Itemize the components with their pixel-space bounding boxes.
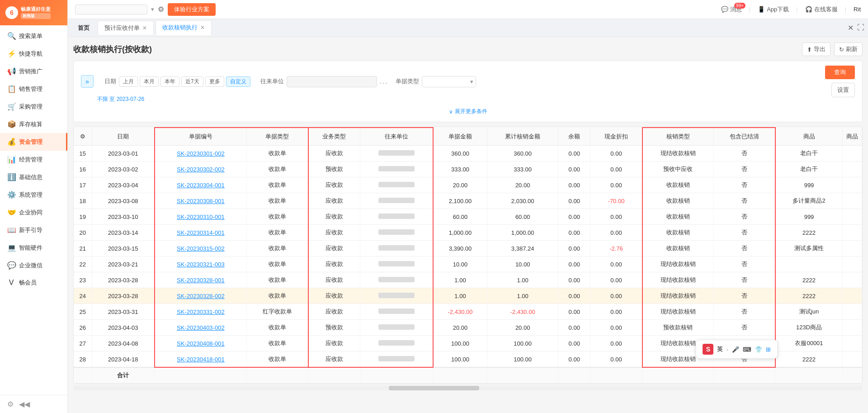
- app-download-link[interactable]: 📱 App下载: [758, 5, 789, 14]
- cell-biztype: 预收款: [308, 320, 360, 336]
- sidebar-item-14[interactable]: V 畅会员: [0, 274, 67, 291]
- wm-keyboard-icon[interactable]: ⌨: [743, 346, 751, 353]
- cell-docno-link[interactable]: SK-20230301-002: [177, 150, 225, 157]
- cell-docno[interactable]: SK-20230301-002: [155, 146, 246, 161]
- tab-home[interactable]: 首页: [71, 21, 96, 35]
- filter-setting-button[interactable]: 设置: [831, 83, 855, 97]
- cell-docno-link[interactable]: SK-20230310-001: [177, 214, 225, 220]
- cell-docno[interactable]: SK-20230331-002: [155, 304, 246, 320]
- sidebar-item-3[interactable]: 📋 销售管理: [0, 80, 67, 98]
- filter-collapse-button[interactable]: »: [81, 75, 94, 88]
- cell-docno-link[interactable]: SK-20230331-002: [177, 309, 225, 315]
- sidebar-item-4[interactable]: 🛒 采购管理: [0, 98, 67, 115]
- query-button[interactable]: 查询: [825, 66, 855, 79]
- cell-docno[interactable]: SK-20230418-001: [155, 351, 246, 368]
- topbar-dropdown-icon[interactable]: ▾: [151, 6, 154, 13]
- col-settings[interactable]: ⚙: [74, 128, 92, 146]
- cell-goods2: [843, 320, 862, 336]
- cell-docno[interactable]: SK-20230314-001: [155, 225, 246, 241]
- cell-docno-link[interactable]: SK-20230314-001: [177, 229, 225, 236]
- cell-docno-link[interactable]: SK-20230304-001: [177, 182, 225, 189]
- cell-docno[interactable]: SK-20230328-002: [155, 288, 246, 304]
- settings-icon[interactable]: ⚙: [7, 400, 14, 408]
- sidebar-item-1[interactable]: ⚡ 快捷导航: [0, 45, 67, 62]
- sidebar-item-9[interactable]: ⚙️ 系统管理: [0, 186, 67, 204]
- online-service-link[interactable]: 🎧 在线客服: [805, 5, 838, 14]
- date-btn-more[interactable]: 更多: [205, 76, 224, 87]
- wm-mic-icon[interactable]: 🎤: [732, 346, 739, 353]
- date-btn-this-month[interactable]: 本月: [140, 76, 159, 87]
- doctype-select[interactable]: [422, 76, 476, 87]
- date-btn-this-year[interactable]: 本年: [160, 76, 179, 87]
- cell-doctype: 收款单: [246, 256, 308, 272]
- tab-close-all-icon[interactable]: ✕: [848, 24, 854, 32]
- cell-docno[interactable]: SK-20230302-002: [155, 161, 246, 177]
- sidebar-menu: 🔍 搜索菜单⚡ 快捷导航📢 营销推广📋 销售管理🛒 采购管理📦 库存核算💰 资金…: [0, 25, 67, 395]
- date-btn-7days[interactable]: 近7天: [181, 76, 203, 87]
- cell-docno-link[interactable]: SK-20230328-001: [177, 277, 225, 284]
- sidebar-item-10[interactable]: 🤝 企业协同: [0, 204, 67, 221]
- tab-collection[interactable]: 收款核销执行 ✕: [156, 20, 212, 35]
- topbar-gear-icon[interactable]: ⚙: [158, 5, 164, 14]
- cell-goods1: 999: [775, 177, 842, 193]
- cell-docno-link[interactable]: SK-20230408-001: [177, 340, 225, 347]
- col-verifytype: 核销类型: [642, 128, 714, 146]
- cell-date: 2023-03-04: [92, 177, 155, 193]
- cell-docno-link[interactable]: SK-20230308-001: [177, 198, 225, 204]
- cell-partner: [360, 336, 433, 351]
- notice-area[interactable]: 💬 消息 99+: [721, 5, 742, 14]
- cell-docno-link[interactable]: SK-20230315-002: [177, 245, 225, 252]
- cell-docno[interactable]: SK-20230321-003: [155, 256, 246, 272]
- cell-docno[interactable]: SK-20230304-001: [155, 177, 246, 193]
- sidebar-item-8[interactable]: ℹ️ 基础信息: [0, 168, 67, 186]
- refresh-button[interactable]: ↻ 刷新: [834, 43, 863, 56]
- cell-docno[interactable]: SK-20230315-002: [155, 241, 246, 256]
- expand-conditions-button[interactable]: ∨ 展开更多条件: [445, 106, 491, 117]
- partner-input[interactable]: [287, 76, 377, 87]
- cell-discount: 0.00: [590, 320, 642, 336]
- cell-docno[interactable]: SK-20230328-001: [155, 272, 246, 288]
- cell-settled: 否: [714, 304, 775, 320]
- cell-docno-link[interactable]: SK-20230328-002: [177, 293, 225, 299]
- sidebar-item-11[interactable]: 📖 新手引导: [0, 221, 67, 239]
- sidebar-icon-10: 🤝: [7, 208, 15, 217]
- sidebar-item-2[interactable]: 📢 营销推广: [0, 62, 67, 80]
- sidebar-icon-4: 🛒: [7, 102, 15, 111]
- cell-docno[interactable]: SK-20230308-001: [155, 193, 246, 209]
- sidebar-item-13[interactable]: 💬 企业微信: [0, 256, 67, 274]
- tab-expand-icon[interactable]: ⛶: [857, 24, 864, 32]
- tab-prepayment-close[interactable]: ✕: [142, 25, 147, 31]
- tab-prepayment[interactable]: 预计应收付单 ✕: [98, 21, 154, 35]
- sidebar-item-0[interactable]: 🔍 搜索菜单: [0, 27, 67, 45]
- cell-date: 2023-03-01: [92, 146, 155, 161]
- cell-goods2: [843, 288, 862, 304]
- cell-docno-link[interactable]: SK-20230418-001: [177, 356, 225, 363]
- sidebar-item-12[interactable]: 💻 智能硬件: [0, 239, 67, 256]
- sidebar-item-7[interactable]: 📊 经营管理: [0, 151, 67, 168]
- cell-docno[interactable]: SK-20230403-002: [155, 320, 246, 336]
- cell-doctype: 收款单: [246, 320, 308, 336]
- cell-docno[interactable]: SK-20230310-001: [155, 209, 246, 225]
- col-settings-icon[interactable]: ⚙: [80, 133, 85, 140]
- wm-grid-icon[interactable]: ⊞: [766, 346, 771, 353]
- sidebar-item-6[interactable]: 💰 资金管理: [0, 133, 67, 151]
- blurred-partner: [378, 277, 415, 282]
- cell-docno-link[interactable]: SK-20230321-003: [177, 261, 225, 268]
- cell-docno[interactable]: SK-20230408-001: [155, 336, 246, 351]
- cell-docno-link[interactable]: SK-20230302-002: [177, 166, 225, 173]
- table-horizontal-scrollbar[interactable]: [73, 386, 863, 390]
- cell-goods1: 999: [775, 209, 842, 225]
- export-button[interactable]: ⬆ 导出: [802, 43, 830, 56]
- collapse-icon[interactable]: ◀◀: [19, 400, 30, 408]
- cell-docno-link[interactable]: SK-20230403-002: [177, 324, 225, 331]
- topbar-search[interactable]: [75, 5, 147, 14]
- table-scrollbar-thumb[interactable]: [389, 386, 479, 390]
- tab-collection-close[interactable]: ✕: [200, 24, 205, 31]
- date-btn-custom[interactable]: 自定义: [226, 76, 250, 87]
- cell-doctype: 收款单: [246, 351, 308, 368]
- sidebar-item-5[interactable]: 📦 库存核算: [0, 115, 67, 133]
- wm-shirt-icon[interactable]: 👕: [755, 346, 762, 353]
- solution-button[interactable]: 体验行业方案: [168, 3, 216, 16]
- cell-verified: 100.00: [487, 336, 558, 351]
- date-btn-last-month[interactable]: 上月: [119, 76, 138, 87]
